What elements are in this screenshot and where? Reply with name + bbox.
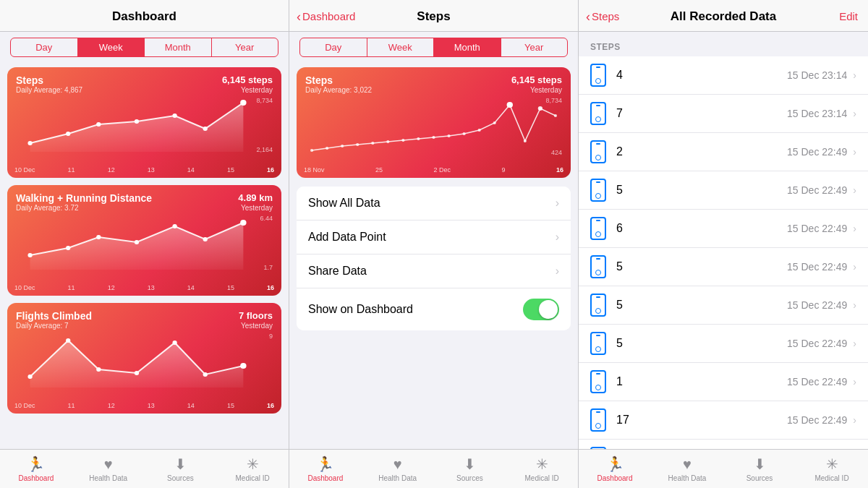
list-value-2: 2 <box>616 145 787 158</box>
segment-week-p1[interactable]: Week <box>77 38 145 56</box>
card-steps-detail: Steps 6,145 steps Daily Average: 3,022 Y… <box>297 67 571 178</box>
list-item[interactable]: 4 15 Dec 22:49 › <box>579 440 868 449</box>
card-steps-subright: Yesterday <box>241 86 273 94</box>
svg-point-15 <box>240 220 246 226</box>
card-steps-detail-content: Steps 6,145 steps Daily Average: 3,022 Y… <box>297 67 571 94</box>
tab-bar-p3: 🏃 Dashboard ♥ Health Data ⬇ Sources ✳ Me… <box>579 449 868 488</box>
svg-point-27 <box>356 143 359 146</box>
svg-point-37 <box>507 102 513 108</box>
device-icon <box>590 332 606 355</box>
card-steps-detail-subright: Yesterday <box>530 86 562 94</box>
menu-dashboard-label: Show on Dashboard <box>308 303 413 316</box>
segment-bar-p2: Day Week Month Year <box>289 32 578 63</box>
svg-point-25 <box>326 147 328 150</box>
device-icon <box>590 217 606 240</box>
tab-sources-p3[interactable]: ⬇ Sources <box>723 453 796 485</box>
list-item[interactable]: 4 15 Dec 23:14 › <box>579 56 868 95</box>
tab-sources-icon-p1: ⬇ <box>174 455 187 473</box>
tab-medical-p1[interactable]: ✳ Medical ID <box>216 453 289 485</box>
section-header-steps: STEPS <box>579 32 868 56</box>
card-flights-value: 7 floors <box>239 310 273 321</box>
chart-steps-min: 2,164 <box>256 146 273 153</box>
list-item[interactable]: 17 15 Dec 22:49 › <box>579 401 868 440</box>
nav-back-steps[interactable]: ‹ Dashboard <box>297 10 355 23</box>
cards-scroll-p1: Steps 6,145 steps Daily Average: 4,867 Y… <box>0 63 289 449</box>
device-icon <box>590 447 606 449</box>
tab-dashboard-p3[interactable]: 🏃 Dashboard <box>579 453 651 485</box>
tab-medical-p3[interactable]: ✳ Medical ID <box>796 453 868 485</box>
list-date-9: 15 Dec 22:49 <box>787 414 847 426</box>
card-walking-subtitle: Daily Average: 3.72 <box>16 204 79 212</box>
tab-sources-p2[interactable]: ⬇ Sources <box>434 453 506 485</box>
list-value-9: 17 <box>616 414 787 427</box>
tab-dashboard-label-p2: Dashboard <box>307 474 343 482</box>
list-item[interactable]: 7 15 Dec 23:14 › <box>579 95 868 133</box>
menu-share[interactable]: Share Data › <box>297 254 571 288</box>
chart-walking: 6.44 <box>7 212 281 284</box>
nav-title-dashboard: Dashboard <box>112 9 176 24</box>
tab-medical-icon-p1: ✳ <box>247 455 259 473</box>
segment-control-p1: Day Week Month Year <box>10 38 278 57</box>
device-icon <box>590 255 606 278</box>
list-item[interactable]: 6 15 Dec 22:49 › <box>579 210 868 248</box>
nav-back-label-p3: Steps <box>592 10 619 22</box>
tab-medical-p2[interactable]: ✳ Medical ID <box>506 453 578 485</box>
svg-point-14 <box>203 237 208 241</box>
list-value-6: 5 <box>616 299 787 312</box>
svg-point-33 <box>447 134 450 137</box>
segment-day-p2[interactable]: Day <box>300 38 367 56</box>
chart-steps-detail-min: 424 <box>551 149 562 156</box>
tab-health-icon-p2: ♥ <box>393 456 402 473</box>
tab-dashboard-p2[interactable]: 🏃 Dashboard <box>289 453 362 485</box>
card-flights-title: Flights Climbed <box>16 310 92 322</box>
svg-point-30 <box>401 139 404 142</box>
svg-marker-0 <box>30 103 244 152</box>
card-flights[interactable]: Flights Climbed 7 floors Daily Average: … <box>7 303 281 414</box>
menu-add-point-label: Add Data Point <box>308 231 386 244</box>
list-item[interactable]: 1 15 Dec 22:49 › <box>579 363 868 401</box>
menu-show-all[interactable]: Show All Data › <box>297 187 571 221</box>
svg-point-38 <box>524 140 527 142</box>
list-item[interactable]: 5 15 Dec 22:49 › <box>579 286 868 325</box>
tab-dashboard-p1[interactable]: 🏃 Dashboard <box>0 453 72 485</box>
list-item[interactable]: 5 15 Dec 22:49 › <box>579 248 868 286</box>
segment-week-p2[interactable]: Week <box>367 38 434 56</box>
svg-point-12 <box>135 240 139 244</box>
card-walking[interactable]: Walking + Running Distance 4.89 km Daily… <box>7 185 281 296</box>
segment-day-p1[interactable]: Day <box>11 38 77 56</box>
list-chevron-3: › <box>853 184 856 196</box>
segment-month-p2[interactable]: Month <box>433 38 501 56</box>
list-date-5: 15 Dec 22:49 <box>787 261 847 273</box>
nav-back-recorded[interactable]: ‹ Steps <box>586 10 619 23</box>
panel-dashboard: Dashboard Day Week Month Year Steps 6,14… <box>0 0 289 488</box>
list-chevron-8: › <box>853 376 856 388</box>
svg-point-13 <box>172 224 176 228</box>
device-icon <box>590 102 606 125</box>
nav-back-label-p2: Dashboard <box>302 10 355 22</box>
chart-steps: 8,734 <box>7 94 281 166</box>
list-item[interactable]: 5 15 Dec 22:49 › <box>579 171 868 210</box>
tab-sources-label-p1: Sources <box>167 474 194 482</box>
list-item[interactable]: 5 15 Dec 22:49 › <box>579 325 868 363</box>
nav-edit-btn[interactable]: Edit <box>839 10 858 22</box>
tab-health-p1[interactable]: ♥ Health Data <box>72 453 145 485</box>
tab-health-p3[interactable]: ♥ Health Data <box>651 453 723 485</box>
card-steps-value: 6,145 steps <box>222 74 273 85</box>
list-item[interactable]: 2 15 Dec 22:49 › <box>579 133 868 171</box>
list-chevron-9: › <box>853 414 856 426</box>
segment-month-p1[interactable]: Month <box>144 38 211 56</box>
panel-recorded: ‹ Steps All Recorded Data Edit STEPS 4 1… <box>579 0 868 488</box>
card-steps-detail-sub-row: Daily Average: 3,022 Yesterday <box>305 86 562 94</box>
segment-control-p2: Day Week Month Year <box>299 38 568 57</box>
segment-year-p1[interactable]: Year <box>211 38 278 56</box>
svg-point-23 <box>240 363 246 369</box>
menu-add-point[interactable]: Add Data Point › <box>297 221 571 254</box>
menu-dashboard-toggle[interactable]: Show on Dashboard <box>297 288 571 330</box>
tab-sources-p1[interactable]: ⬇ Sources <box>145 453 217 485</box>
svg-point-7 <box>240 100 246 106</box>
tab-bar-p1: 🏃 Dashboard ♥ Health Data ⬇ Sources ✳ Me… <box>0 449 289 488</box>
toggle-dashboard[interactable] <box>523 299 559 320</box>
tab-health-p2[interactable]: ♥ Health Data <box>362 453 434 485</box>
segment-year-p2[interactable]: Year <box>501 38 568 56</box>
card-steps[interactable]: Steps 6,145 steps Daily Average: 4,867 Y… <box>7 67 281 178</box>
